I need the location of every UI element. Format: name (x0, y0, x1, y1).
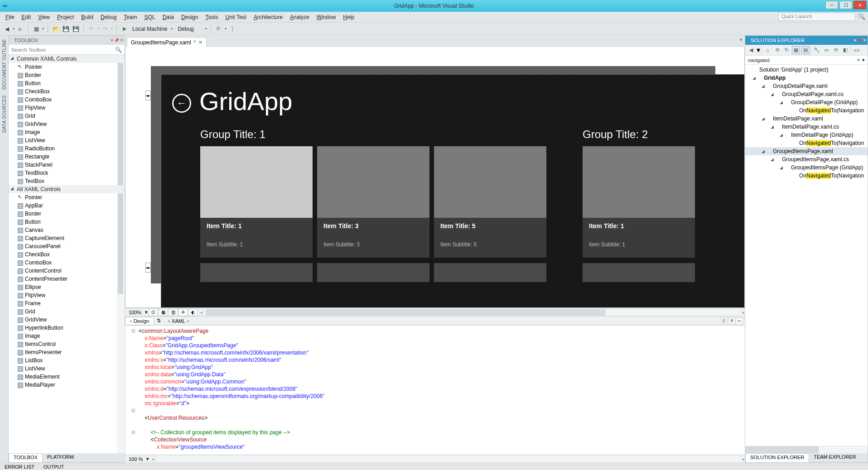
toolbox-item[interactable]: CaptureElement (9, 234, 125, 242)
toolbox-item[interactable]: ItemsControl (9, 340, 125, 348)
tree-row[interactable]: ◢ItemDetailPage (GridApp) (745, 131, 868, 139)
toolbox-item[interactable]: CheckBox (9, 87, 125, 96)
se-properties-button[interactable]: 🔧 (813, 46, 821, 54)
toolbox-item[interactable]: MediaPlayer (9, 381, 125, 389)
panel-dropdown-icon[interactable]: ▾ (854, 38, 856, 43)
panel-tab[interactable]: TEAM EXPLORER (809, 453, 861, 462)
se-code-map-button[interactable]: <> (853, 46, 861, 54)
effects-button[interactable]: ◐ (188, 309, 198, 316)
toolbox-item[interactable]: Grid (9, 307, 125, 316)
nav-fwd-button[interactable]: ▶ (16, 25, 24, 33)
toolbox-item[interactable]: Ellipse (9, 283, 125, 291)
start-debug-button[interactable]: ▶ (121, 25, 129, 33)
toolbox-item[interactable]: StackPanel (9, 161, 125, 169)
toolbox-item[interactable]: ComboBox (9, 96, 125, 104)
tree-row[interactable]: ◢GroupDetailPage (GridApp) (745, 98, 868, 106)
toolbox-item[interactable]: Pointer (9, 193, 125, 201)
toolbox-item[interactable]: AppBar (9, 201, 125, 210)
menu-view[interactable]: View (34, 13, 53, 22)
toolbox-search-input[interactable] (11, 47, 115, 53)
quick-launch-input[interactable]: Quick Launch (778, 13, 855, 21)
se-sync-button[interactable]: ⟲ (773, 46, 781, 54)
toolbox-item[interactable]: GridView (9, 316, 125, 324)
toolbox-item[interactable]: Image (9, 128, 125, 136)
close-icon[interactable]: ✕ (120, 38, 124, 43)
se-refresh-button[interactable]: ↻ (782, 46, 791, 54)
designer-handle[interactable]: ◂▸ (145, 263, 151, 273)
tree-row[interactable]: ◢GroupedItemsPage.xaml.cs (745, 155, 868, 163)
close-button[interactable]: ✕ (854, 1, 866, 9)
panel-dropdown-icon[interactable]: ▾ (111, 38, 113, 43)
document-tab-groupeditemspage[interactable]: GroupedItemsPage.xaml * ✕ (127, 37, 207, 47)
output-tab[interactable]: OUTPUT (39, 463, 68, 470)
toolbox-item[interactable]: TextBox (9, 177, 125, 185)
toolbox-item[interactable]: FlipView (9, 104, 125, 112)
solution-explorer-header[interactable]: SOLUTION EXPLORER ▾ 📌 ✕ (745, 36, 868, 45)
search-icon[interactable]: 🔍 (858, 13, 865, 20)
toolbox-item[interactable]: ListView (9, 136, 125, 144)
menu-data[interactable]: Data (159, 13, 178, 22)
tree-row[interactable]: ◢GroupedItemsPage (GridApp) (745, 163, 868, 172)
toolbox-group[interactable]: Common XAML Controls (9, 55, 125, 63)
xaml-zoom[interactable]: 100 % (125, 456, 146, 462)
tree-row[interactable]: OnNavigatedTo(Navigation (745, 172, 868, 180)
undo-button[interactable]: ↶ (87, 25, 96, 33)
se-show-all-button[interactable]: ▦ (792, 46, 800, 54)
menu-build[interactable]: Build (77, 13, 97, 22)
tree-row[interactable]: OnNavigatedTo(Navigation (745, 106, 868, 115)
save-button[interactable]: 💾 (62, 25, 70, 33)
toolbox-item[interactable]: Button (9, 79, 125, 87)
solution-tree[interactable]: Solution 'GridApp' (1 project)◢GridApp◢G… (745, 65, 868, 446)
toolbox-item[interactable]: TextBlock (9, 169, 125, 177)
snaplines-button[interactable]: ✛ (178, 309, 188, 316)
toolbox-group[interactable]: All XAML Controls (9, 185, 125, 193)
design-tab[interactable]: ▫Design (125, 317, 154, 325)
se-hscroll[interactable] (745, 446, 868, 453)
fit-all-button[interactable]: ⊡ (149, 309, 158, 316)
document-outline-tab[interactable]: DOCUMENT OUTLINE (2, 39, 7, 90)
solution-explorer-search[interactable]: navigated ✕ ▾ (745, 56, 868, 65)
grid-button[interactable]: ▦ (159, 309, 168, 316)
config-select[interactable]: Debug (174, 25, 203, 33)
menu-architecture[interactable]: Architecture (250, 13, 286, 22)
se-collapse-button[interactable]: ▤ (801, 46, 810, 54)
menu-tools[interactable]: Tools (202, 13, 222, 22)
vertical-split-button[interactable]: ◫ (720, 318, 728, 324)
xaml-tab[interactable]: ▫XAML▫ (164, 317, 193, 325)
toolbox-item[interactable]: Image (9, 332, 125, 340)
panel-tab[interactable]: PLATFORM (43, 453, 78, 462)
designer-handle[interactable]: ◂▸ (145, 91, 151, 101)
xaml-code-editor[interactable]: ⊟⊟⊟ <common:LayoutAwarePage x:Name="page… (125, 325, 745, 455)
toolbox-item[interactable]: HyperlinkButton (9, 324, 125, 332)
toolbox-item[interactable]: Border (9, 210, 125, 218)
toolbox-item[interactable]: Frame (9, 299, 125, 307)
menu-analyze[interactable]: Analyze (286, 13, 313, 22)
toolbox-item[interactable]: Grid (9, 112, 125, 120)
tree-row[interactable]: ◢GroupedItemsPage.xaml (745, 147, 868, 155)
menu-window[interactable]: Window (313, 13, 340, 22)
menu-design[interactable]: Design (178, 13, 202, 22)
menu-team[interactable]: Team (120, 13, 140, 22)
menu-file[interactable]: File (2, 13, 18, 22)
tree-row[interactable]: OnNavigatedTo(Navigation (745, 139, 868, 147)
toolbox-item[interactable]: Canvas (9, 226, 125, 234)
toolbox-item[interactable]: ListView (9, 364, 125, 373)
tree-row[interactable]: ◢GroupDetailPage.xaml (745, 82, 868, 90)
redo-button[interactable]: ↷ (101, 25, 109, 33)
tab-overflow-icon[interactable]: ▾ (740, 37, 742, 42)
data-sources-tab[interactable]: DATA SOURCES (2, 95, 7, 133)
pin-icon[interactable]: 📌 (114, 38, 119, 43)
panel-tab[interactable]: SOLUTION EXPLORER (745, 453, 809, 462)
toolbox-header[interactable]: TOOLBOX ▾ 📌 ✕ (9, 36, 125, 45)
tree-row[interactable]: ◢ItemDetailPage.xaml (745, 115, 868, 123)
toolbox-item[interactable]: RadioButton (9, 144, 125, 153)
new-project-button[interactable]: ▦ (32, 25, 40, 33)
collapse-pane-button[interactable]: ▭ (736, 318, 743, 324)
toolbox-item[interactable]: CheckBox (9, 250, 125, 259)
menu-unit-test[interactable]: Unit Test (222, 13, 250, 22)
toolbox-item[interactable]: ItemsPresenter (9, 348, 125, 356)
close-icon[interactable]: ✕ (863, 38, 867, 43)
maximize-button[interactable]: ☐ (839, 1, 852, 9)
toolbox-item[interactable]: Button (9, 218, 125, 226)
search-icon[interactable]: 🔍 (115, 47, 122, 53)
